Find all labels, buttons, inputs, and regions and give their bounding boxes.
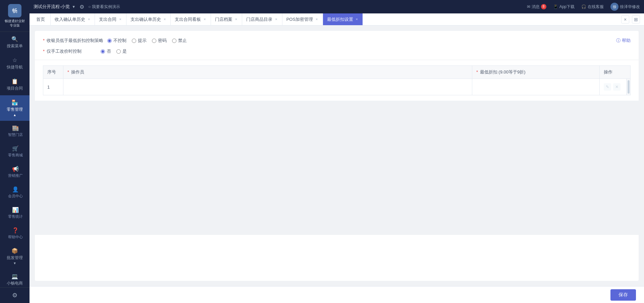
tab-income-confirm[interactable]: 收入确认单历史 ×: [51, 13, 95, 26]
mall-icon: 🛒: [12, 145, 19, 152]
tab-pos-password[interactable]: POS加密管理 ×: [282, 13, 323, 26]
discount-control-options: 不控制 提示 密码 禁: [107, 38, 187, 44]
sidebar: 畅 畅捷通好业财 专业版 🔍 搜索菜单 ☆ 快捷导航 📋 项目合同 🏪 零售管理…: [0, 0, 30, 303]
close-icon: ×: [624, 17, 627, 22]
sidebar-item-search[interactable]: 🔍 搜索菜单: [0, 32, 30, 53]
tab-close-icon[interactable]: ×: [355, 17, 359, 22]
tabbar: 首页 收入确认单历史 × 支出合同 × 支出确认单历史 × 支出合同看板 × 门…: [30, 13, 644, 26]
col-header-action: 操作: [600, 66, 631, 79]
table-section: 序号 * 操作员 * 最低折扣 (9.00等于9折) 操作: [35, 60, 639, 101]
tab-label: 门店档案: [215, 16, 232, 22]
ecommerce-icon: 💻: [11, 273, 18, 280]
sidebar-item-label: 零售管理: [7, 107, 23, 112]
app-logo-icon: 畅: [8, 4, 21, 17]
tab-pay-contract[interactable]: 支出合同 ×: [95, 13, 126, 26]
edit-button[interactable]: ✎: [604, 83, 611, 91]
sidebar-item-ecommerce[interactable]: 💻 小畅电商: [0, 269, 30, 287]
tab-label: 支出合同看板: [175, 16, 201, 22]
tab-close-icon[interactable]: ×: [87, 17, 91, 22]
required-mark: *: [43, 49, 45, 54]
topbar-right: ✉ 消息 8 📱 App下载 🎧 在线客服 徐 徐泽华修改: [527, 3, 640, 11]
sidebar-item-label: 智慧门店: [8, 132, 23, 137]
settings-icon: ⚙: [12, 292, 17, 299]
tab-min-discount[interactable]: 最低折扣设置 ×: [323, 13, 363, 26]
topbar-settings-icon[interactable]: ⚙: [79, 4, 84, 10]
sidebar-item-retail-stats[interactable]: 📊 零售统计: [0, 203, 30, 223]
tab-pay-contract-board[interactable]: 支出合同看板 ×: [171, 13, 211, 26]
tab-home[interactable]: 首页: [31, 13, 51, 26]
marketing-icon: 📢: [12, 166, 19, 172]
sidebar-item-label: 零售统计: [8, 214, 23, 219]
sidebar-logo: 畅 畅捷通好业财 专业版: [0, 0, 30, 32]
tab-pay-confirm[interactable]: 支出确认单历史 ×: [126, 13, 171, 26]
page-card: ⓘ 帮助 * 收银员低于最低折扣控制策略 不控制: [35, 31, 639, 281]
sidebar-item-wholesale[interactable]: 📦 批发管理 ▼: [0, 244, 30, 269]
sidebar-item-member[interactable]: 👤 会员中心: [0, 182, 30, 203]
sidebar-item-smart-store[interactable]: 🏬 智慧门店: [0, 121, 30, 141]
headset-icon: 🎧: [581, 4, 586, 9]
delete-button[interactable]: ✕: [613, 83, 621, 91]
tab-store-profile[interactable]: 门店档案 ×: [211, 13, 242, 26]
customer-service-button[interactable]: 🎧 在线客服: [581, 4, 604, 10]
sidebar-item-label: 搜索菜单: [7, 43, 23, 49]
topbar: 测试分开流程-小觉 ▼ ⚙ ○ 我要看实例演示 ✉ 消息 8 📱 App下载 🎧…: [30, 0, 644, 13]
help-label: 帮助: [622, 38, 631, 44]
tab-store-products[interactable]: 门店商品目录 ×: [242, 13, 282, 26]
help-icon: ❓: [12, 227, 19, 234]
demo-link[interactable]: ○ 我要看实例演示: [88, 4, 120, 10]
discount-control-row: * 收银员低于最低折扣控制策略 不控制 提示: [43, 38, 631, 44]
sidebar-item-label: 项目合同: [7, 86, 23, 91]
wholesale-icon: 📦: [11, 248, 18, 254]
sidebar-item-project-contract[interactable]: 📋 项目合同: [0, 74, 30, 95]
sidebar-settings[interactable]: ⚙: [0, 287, 30, 303]
avatar: 徐: [610, 3, 619, 11]
radio-no[interactable]: 否: [101, 48, 111, 54]
tab-close-icon[interactable]: ×: [118, 17, 122, 22]
scrollbar-col: [627, 79, 631, 95]
messages-label: 消息: [532, 4, 540, 10]
chevron-down-icon: ⊞: [634, 17, 638, 22]
table-header: 序号 * 操作员 * 最低折扣 (9.00等于9折) 操作: [43, 66, 631, 79]
sidebar-item-quicknav[interactable]: ☆ 快捷导航: [0, 53, 30, 74]
tab-close-icon[interactable]: ×: [163, 17, 166, 22]
tab-close-icon[interactable]: ×: [234, 17, 238, 22]
retail-icon: 🏪: [11, 99, 18, 106]
radio-forbid[interactable]: 禁止: [172, 38, 187, 44]
sidebar-item-retail-mall[interactable]: 🛒 零售商城: [0, 141, 30, 162]
sidebar-item-help-center[interactable]: ❓ 帮助中心: [0, 223, 30, 244]
table-row: 1 ✎ ✕: [43, 79, 631, 95]
tab-close-all-button[interactable]: ×: [621, 15, 629, 23]
user-menu[interactable]: 徐 徐泽华修改: [610, 3, 640, 11]
tab-close-icon[interactable]: ×: [274, 17, 278, 22]
tab-label: 支出合同: [99, 16, 116, 22]
message-icon: ✉: [527, 4, 530, 9]
star-icon: ☆: [12, 57, 17, 63]
discount-table: 序号 * 操作员 * 最低折扣 (9.00等于9折) 操作: [43, 65, 631, 95]
tab-more-button[interactable]: ⊞: [632, 15, 640, 23]
action-buttons: ✎ ✕: [604, 83, 622, 91]
edit-icon: ✎: [606, 85, 609, 89]
content-area: ⓘ 帮助 * 收银员低于最低折扣控制策略 不控制: [30, 26, 644, 286]
project-selector[interactable]: 测试分开流程-小觉 ▼: [34, 4, 75, 10]
tab-close-icon[interactable]: ×: [203, 17, 206, 22]
sidebar-item-marketing[interactable]: 📢 营销推广: [0, 162, 30, 182]
tab-close-icon[interactable]: ×: [315, 17, 318, 22]
sidebar-item-label: 会员中心: [8, 194, 23, 199]
tab-label: 最低折扣设置: [327, 16, 353, 22]
radio-yes[interactable]: 是: [116, 48, 127, 54]
scrollbar-thumb[interactable]: [628, 80, 630, 94]
sidebar-item-retail-manage[interactable]: 🏪 零售管理 ▲: [0, 95, 30, 121]
download-icon: 📱: [553, 4, 558, 9]
sidebar-item-label: 零售商城: [8, 153, 23, 158]
radio-remind[interactable]: 提示: [132, 38, 147, 44]
sidebar-item-label: 营销推广: [8, 173, 23, 178]
cell-action: ✎ ✕: [600, 79, 627, 95]
sidebar-item-label: 快捷导航: [7, 64, 23, 70]
app-download-button[interactable]: 📱 App下载: [553, 4, 575, 10]
radio-password[interactable]: 密码: [152, 38, 167, 44]
messages-button[interactable]: ✉ 消息 8: [527, 4, 546, 10]
help-link[interactable]: ⓘ 帮助: [616, 38, 631, 44]
contract-icon: 📋: [11, 78, 18, 85]
radio-no-control[interactable]: 不控制: [107, 38, 126, 44]
save-button[interactable]: 保存: [610, 289, 636, 301]
